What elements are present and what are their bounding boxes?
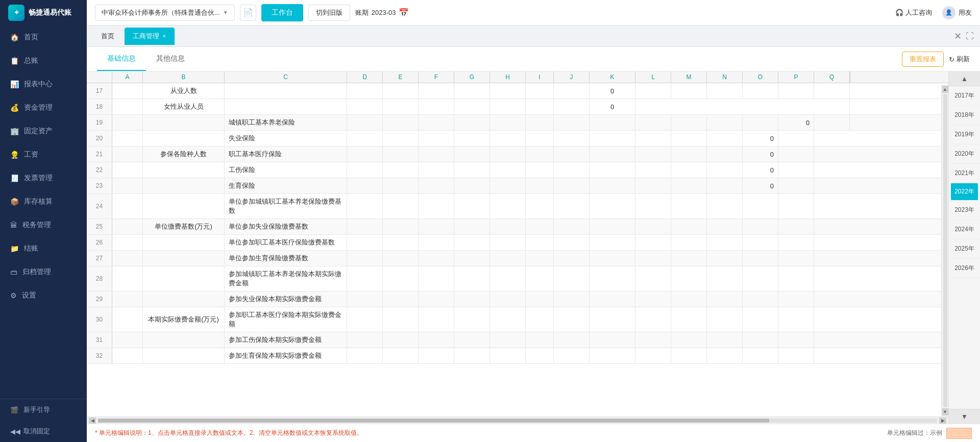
cell-19-J[interactable] [554, 115, 590, 130]
sidebar-item-assets[interactable]: 🏢 固定资产 [0, 119, 87, 143]
refresh-button[interactable]: ↻ 刷新 [949, 55, 970, 64]
cell-19-A[interactable] [112, 115, 143, 130]
cell-18-J[interactable] [554, 99, 590, 114]
year-item-2019[interactable]: 2019年 [949, 125, 980, 144]
sidebar-item-unpin[interactable]: ◀◀ 取消固定 [0, 421, 87, 442]
cell-19-H[interactable] [490, 115, 526, 130]
year-item-2023[interactable]: 2023年 [949, 201, 980, 220]
cell-17-A[interactable] [112, 83, 143, 99]
h-scroll-track[interactable] [98, 419, 937, 423]
cell-19-L[interactable] [635, 115, 671, 130]
cell-21-P[interactable]: 0 [743, 146, 778, 162]
v-scroll-down-button[interactable]: ▼ [942, 408, 948, 415]
year-item-2021[interactable]: 2021年 [949, 164, 980, 183]
cell-19-D[interactable] [347, 115, 383, 130]
cell-19-G[interactable] [454, 115, 490, 130]
cell-19-K[interactable] [590, 115, 635, 130]
cell-17-G[interactable] [454, 83, 490, 99]
switch-version-button[interactable]: 切到旧版 [308, 5, 350, 21]
cell-25-B[interactable]: 单位缴费基数(万元) [143, 219, 225, 234]
year-nav-down-button[interactable]: ▼ [949, 409, 980, 424]
sidebar-item-inventory[interactable]: 📦 库存核算 [0, 190, 87, 213]
sidebar-item-invoice[interactable]: 🧾 发票管理 [0, 166, 87, 190]
cell-28-C[interactable]: 参加城镇职工基本养老保险本期实际缴费金额 [225, 266, 347, 291]
cell-18-A[interactable] [112, 99, 143, 114]
cell-17-M[interactable] [671, 83, 707, 99]
cell-20-C[interactable]: 失业保险 [225, 131, 347, 146]
sidebar-item-tax[interactable]: 🏛 税务管理 [0, 213, 87, 237]
cell-18-I[interactable] [526, 99, 554, 114]
cell-18-E[interactable] [383, 99, 419, 114]
sidebar-item-reports[interactable]: 📊 报表中心 [0, 72, 87, 96]
v-scrollbar[interactable]: ▲ ▼ [941, 85, 948, 416]
sidebar-item-funds[interactable]: 💰 资金管理 [0, 96, 87, 119]
cell-17-J[interactable] [554, 83, 590, 99]
year-item-2026[interactable]: 2026年 [949, 259, 980, 278]
cell-19-Q[interactable] [814, 115, 850, 130]
cell-17-Q[interactable] [814, 83, 850, 99]
workbench-button[interactable]: 工作台 [261, 4, 303, 21]
cell-17-E[interactable] [383, 83, 419, 99]
cell-30-B[interactable]: 本期实际缴费金额(万元) [143, 307, 225, 332]
cell-17-L[interactable] [635, 83, 671, 99]
year-nav-up-button[interactable]: ▲ [949, 71, 980, 86]
cell-21-B[interactable]: 参保各险种人数 [143, 146, 225, 162]
sidebar-item-payroll[interactable]: 👷 工资 [0, 143, 87, 166]
cell-21-C[interactable]: 职工基本医疗保险 [225, 146, 347, 162]
sidebar-item-settings[interactable]: ⚙ 设置 [0, 284, 87, 307]
grid-body[interactable]: 17 从业人数 0 [87, 83, 948, 416]
cell-18-H[interactable] [490, 99, 526, 114]
cell-18-C[interactable] [225, 99, 347, 114]
user-area[interactable]: 👤 用友 [942, 6, 972, 19]
cell-18-F[interactable] [419, 99, 454, 114]
cell-29-C[interactable]: 参加失业保险本期实际缴费金额 [225, 291, 347, 307]
h-scroll-right-button[interactable]: ▶ [939, 418, 946, 424]
cell-17-B[interactable]: 从业人数 [143, 83, 225, 99]
cell-17-F[interactable] [419, 83, 454, 99]
cell-23-P[interactable]: 0 [743, 178, 778, 193]
close-window-button[interactable]: ✕ [954, 31, 962, 42]
consult-button[interactable]: 🎧 人工咨询 [895, 8, 932, 17]
cell-18-G[interactable] [454, 99, 490, 114]
cell-30-C[interactable]: 参加职工基本医疗保险本期实际缴费金额 [225, 307, 347, 332]
sub-tab-basic[interactable]: 基础信息 [97, 47, 146, 71]
sidebar-item-ledger[interactable]: 📋 总账 [0, 49, 87, 72]
year-item-2017[interactable]: 2017年 [949, 86, 980, 106]
year-item-2018[interactable]: 2018年 [949, 106, 980, 125]
sidebar-item-closing[interactable]: 📁 结账 [0, 237, 87, 260]
v-scroll-up-button[interactable]: ▲ [942, 86, 948, 93]
cell-19-O[interactable] [743, 115, 778, 130]
cell-18-B[interactable]: 女性从业人员 [143, 99, 225, 114]
year-item-2020[interactable]: 2020年 [949, 144, 980, 164]
cell-18-rest[interactable] [635, 99, 850, 114]
cell-19-B[interactable] [143, 115, 225, 130]
cell-19-F[interactable] [419, 115, 454, 130]
cell-23-C[interactable]: 生育保险 [225, 178, 347, 193]
cell-22-C[interactable]: 工伤保险 [225, 162, 347, 178]
cell-24-C[interactable]: 单位参加城镇职工基本养老保险缴费基数 [225, 194, 347, 218]
cell-17-P[interactable] [778, 83, 814, 99]
cell-17-I[interactable] [526, 83, 554, 99]
year-item-2025[interactable]: 2025年 [949, 239, 980, 259]
tab-business-mgmt[interactable]: 工商管理 × [125, 28, 175, 45]
cell-17-C[interactable] [225, 83, 347, 99]
cell-18-D[interactable] [347, 99, 383, 114]
calendar-icon[interactable]: 📅 [399, 8, 409, 17]
cell-22-P[interactable]: 0 [743, 162, 778, 178]
cell-26-C[interactable]: 单位参加职工基本医疗保险缴费基数 [225, 235, 347, 250]
sidebar-item-archive[interactable]: 🗃 归档管理 [0, 260, 87, 284]
cell-31-C[interactable]: 参加工伤保险本期实际缴费金额 [225, 332, 347, 348]
cell-17-H[interactable] [490, 83, 526, 99]
cell-19-I[interactable] [526, 115, 554, 130]
cell-19-P[interactable]: 0 [778, 115, 814, 130]
cell-18-K[interactable]: 0 [590, 99, 635, 114]
cell-32-C[interactable]: 参加生育保险本期实际缴费金额 [225, 348, 347, 363]
h-scroll-left-button[interactable]: ◀ [89, 418, 96, 424]
year-item-2022[interactable]: 2022年 [951, 183, 978, 201]
cell-17-D[interactable] [347, 83, 383, 99]
cell-19-C[interactable]: 城镇职工基本养老保险 [225, 115, 347, 130]
sidebar-item-guide[interactable]: 🎬 新手引导 [0, 399, 87, 421]
cell-19-E[interactable] [383, 115, 419, 130]
cell-17-O[interactable] [743, 83, 778, 99]
cell-19-M[interactable] [671, 115, 707, 130]
